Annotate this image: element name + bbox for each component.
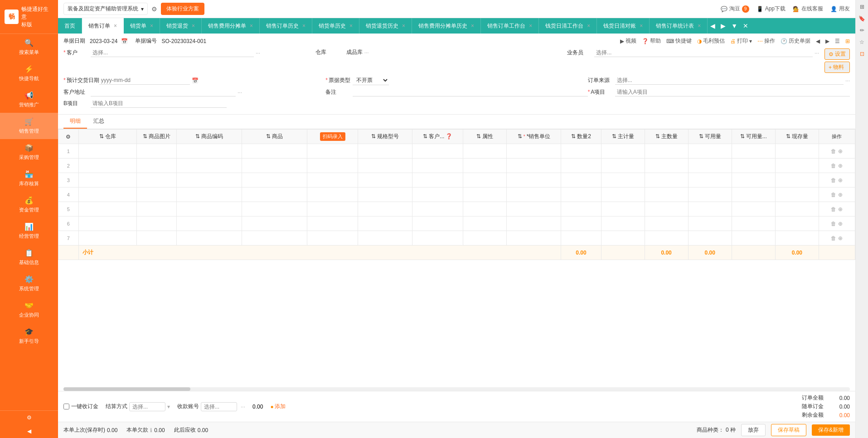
account-input[interactable] xyxy=(201,402,237,411)
delivery-date-input[interactable] xyxy=(99,76,190,85)
right-bar-btn-1[interactable]: ⊞ xyxy=(857,2,867,12)
date-picker-icon[interactable]: 📅 xyxy=(192,77,199,84)
right-bar-btn-4[interactable]: ☆ xyxy=(857,37,867,47)
add-payment-btn[interactable]: ● 添加 xyxy=(270,403,285,410)
sidebar-item-system[interactable]: ⚙️ 系统管理 xyxy=(0,270,58,297)
delete-icon[interactable]: 🗑 xyxy=(831,206,836,212)
delete-icon[interactable]: 🗑 xyxy=(831,235,836,241)
view-btn[interactable]: ▶ 视频 xyxy=(620,37,636,45)
topbar-system-name[interactable]: 装备及固定资产辅助管理系统 ▾ xyxy=(63,3,148,15)
row-ops[interactable]: 🗑⊕ xyxy=(819,188,855,202)
scrollbar-thumb[interactable] xyxy=(63,387,190,391)
save-new-button[interactable]: 保存&新增 xyxy=(812,424,850,436)
sidebar-item-search[interactable]: 🔍 搜索菜单 xyxy=(0,34,58,60)
tab-close-icon[interactable]: × xyxy=(698,23,701,29)
one-click-deposit-input[interactable] xyxy=(63,404,69,409)
tab-sales-slip[interactable]: 销货单 × xyxy=(124,18,160,34)
row-ops[interactable]: 🗑⊕ xyxy=(819,217,855,231)
tab-sales-history[interactable]: 销货单历史 × xyxy=(312,18,359,34)
th-avail[interactable]: ⇅ 可用量 xyxy=(688,130,732,144)
tab-prev-btn[interactable]: ◀ xyxy=(708,22,718,29)
th-customer-code[interactable]: ⇅ 客户... ❓ xyxy=(412,130,463,144)
tab-close-icon[interactable]: × xyxy=(114,23,117,29)
add-material-btn[interactable]: + 物料 xyxy=(824,62,850,73)
tab-detail[interactable]: 明细 xyxy=(63,115,87,129)
delete-icon[interactable]: 🗑 xyxy=(831,163,836,169)
tab-cash-account[interactable]: 钱货日清对账 × xyxy=(597,18,650,34)
copy-icon[interactable]: ⊕ xyxy=(838,177,843,183)
delete-icon[interactable]: 🗑 xyxy=(831,177,836,183)
topbar-gear-icon[interactable]: ⚙ xyxy=(151,5,157,13)
tab-close-all-btn[interactable]: ✕ xyxy=(740,22,751,29)
shortcut-btn[interactable]: ⌨ 快捷键 xyxy=(666,37,692,45)
tab-close-icon[interactable]: × xyxy=(640,23,643,29)
topbar-app[interactable]: 📱 App下载 xyxy=(756,5,786,13)
a-project-input[interactable] xyxy=(615,88,850,96)
tab-sales-fee-split[interactable]: 销售费用分摊单 × xyxy=(202,18,260,34)
warehouse-dots-icon[interactable]: ··· xyxy=(364,49,369,56)
sidebar-settings-btn[interactable]: ⚙ xyxy=(0,411,58,424)
address-dots-icon[interactable]: ··· xyxy=(238,89,242,96)
salesperson-dots-icon[interactable]: ··· xyxy=(815,50,819,56)
invoice-select[interactable]: 不开票 xyxy=(353,76,389,85)
tab-close-icon[interactable]: × xyxy=(250,23,253,29)
tab-next-btn[interactable]: ▶ xyxy=(718,22,728,29)
ops-btn[interactable]: ⋯ 操作 xyxy=(757,37,775,45)
print-btn[interactable]: 🖨 打印 ▾ xyxy=(730,37,752,45)
one-click-deposit-checkbox[interactable]: 一键收订金 xyxy=(63,403,98,410)
tab-cash-daily[interactable]: 钱货日清工作台 × xyxy=(539,18,597,34)
tab-close-icon[interactable]: × xyxy=(302,23,305,29)
sidebar-item-purchase[interactable]: 📦 采购管理 xyxy=(0,139,58,165)
scan-enter-button[interactable]: 扫码录入 xyxy=(320,132,345,141)
th-main-unit[interactable]: ⇅ 主计量 xyxy=(601,130,645,144)
tab-close-icon[interactable]: × xyxy=(192,23,195,29)
sidebar-collapse-btn[interactable]: ◀ xyxy=(0,424,58,438)
sidebar-item-operations[interactable]: 📊 经营管理 xyxy=(0,218,58,244)
profit-btn[interactable]: ◑ 毛利预估 xyxy=(697,37,725,45)
th-spec[interactable]: ⇅ 规格型号 xyxy=(358,130,412,144)
th-unit[interactable]: ⇅ * *销售单位 xyxy=(507,130,561,144)
sidebar-item-marketing[interactable]: 📢 营销推广 xyxy=(0,87,58,113)
sidebar-item-sales[interactable]: 🛒 销售管理 xyxy=(0,113,58,139)
view-toggle-card[interactable]: ⊞ xyxy=(845,38,850,44)
account-dots-icon[interactable]: ··· xyxy=(241,404,245,410)
tab-close-icon[interactable]: × xyxy=(529,23,532,29)
th-main-qty[interactable]: ⇅ 主数量 xyxy=(645,130,688,144)
copy-icon[interactable]: ⊕ xyxy=(838,206,843,212)
view-toggle-list[interactable]: ☰ xyxy=(835,38,840,44)
copy-icon[interactable]: ⊕ xyxy=(838,163,843,169)
th-avail2[interactable]: ⇅ 可用量... xyxy=(732,130,775,144)
settings-right-btn[interactable]: ⚙ 设置 xyxy=(824,48,850,60)
tab-menu-btn[interactable]: ▼ xyxy=(728,22,740,29)
tab-sales-stat[interactable]: 销售订单统计表 × xyxy=(650,18,708,34)
tab-summary[interactable]: 汇总 xyxy=(87,115,111,129)
sidebar-item-enterprise[interactable]: 🤝 企业协同 xyxy=(0,297,58,323)
help-btn[interactable]: ❓ 帮助 xyxy=(642,37,661,45)
table-scroll-wrapper[interactable]: ⚙ ⇅ 仓库 ⇅ 商品图片 ⇅ 商品编码 xyxy=(58,129,855,387)
right-bar-btn-2[interactable]: 🔖 xyxy=(857,14,867,24)
topbar-support[interactable]: 💁 在线客服 xyxy=(793,5,823,13)
delete-icon[interactable]: 🗑 xyxy=(831,192,836,198)
copy-icon[interactable]: ⊕ xyxy=(838,192,843,198)
sidebar-item-inventory[interactable]: 🏪 库存核算 xyxy=(0,165,58,192)
delete-icon[interactable]: 🗑 xyxy=(831,221,836,227)
save-draft-button[interactable]: 保存草稿 xyxy=(771,424,806,436)
history-nav-prev[interactable]: ◀ xyxy=(816,38,820,44)
column-settings-icon[interactable]: ⚙ xyxy=(66,134,71,140)
discard-button[interactable]: 放弃 xyxy=(741,424,766,436)
order-source-input[interactable] xyxy=(615,76,844,85)
tab-sales-return-history[interactable]: 销货退货历史 × xyxy=(359,18,412,34)
payment-method-input[interactable] xyxy=(129,402,165,411)
address-input[interactable] xyxy=(91,88,236,96)
history-nav-next[interactable]: ▶ xyxy=(825,38,829,44)
tab-sales-order-history[interactable]: 销售订单历史 × xyxy=(260,18,312,34)
row-ops[interactable]: 🗑⊕ xyxy=(819,202,855,217)
row-ops[interactable]: 🗑⊕ xyxy=(819,144,855,159)
calendar-icon[interactable]: 📅 xyxy=(121,38,128,44)
tab-close-icon[interactable]: × xyxy=(587,23,590,29)
right-bar-btn-5[interactable]: ⊡ xyxy=(857,49,867,59)
topbar-user[interactable]: 👤 用友 xyxy=(830,5,850,13)
customer-dots-icon[interactable]: ··· xyxy=(256,50,260,56)
row-ops[interactable]: 🗑⊕ xyxy=(819,173,855,188)
industry-plan-button[interactable]: 体验行业方案 xyxy=(161,3,204,15)
